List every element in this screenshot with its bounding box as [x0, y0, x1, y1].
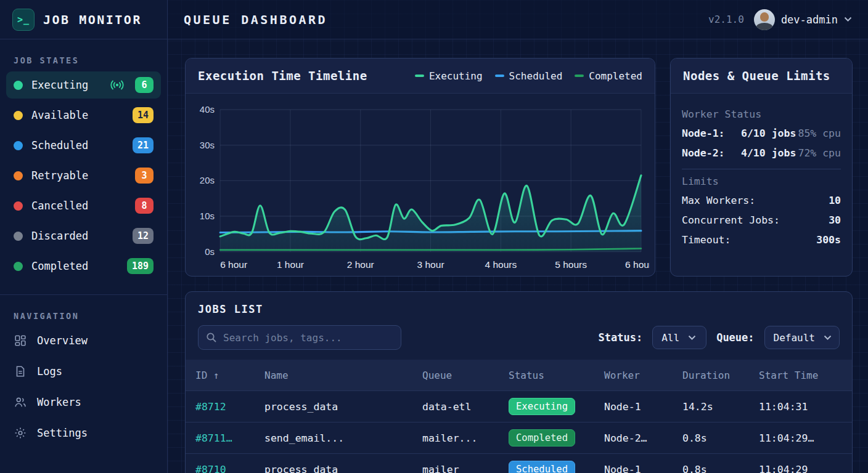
count-badge: 12: [133, 228, 154, 244]
limit-row: Timeout: 300s: [682, 234, 841, 246]
state-label: Scheduled: [31, 139, 124, 152]
count-badge: 189: [127, 258, 154, 274]
svg-text:3 hour: 3 hour: [417, 259, 444, 270]
sidebar-item-workers[interactable]: Workers: [6, 389, 161, 416]
table-row[interactable]: #8712 process_data data-etl Executing No…: [186, 390, 852, 422]
job-start-time: 11:04:29…: [759, 432, 852, 444]
count-badge: 3: [135, 168, 154, 184]
queue-filter-label: Queue:: [716, 331, 754, 344]
sidebar-item-available[interactable]: Available 14: [6, 102, 161, 129]
chevron-down-icon: [824, 335, 832, 341]
gear-icon: [14, 426, 27, 440]
job-duration: 0.8s: [682, 464, 759, 473]
sidebar-item-completed[interactable]: Completed 189: [6, 253, 161, 280]
status-badge: Scheduled: [509, 461, 575, 473]
state-label: Executing: [31, 79, 100, 91]
status-badge: Completed: [509, 429, 575, 447]
column-header-id[interactable]: ID ↑: [195, 370, 264, 381]
job-states-heading: JOB STATES: [0, 39, 167, 71]
svg-text:30s: 30s: [200, 140, 215, 150]
legend-swatch-icon: [415, 75, 424, 77]
status-badge: Executing: [509, 398, 575, 415]
version-label: v2.1.0: [708, 14, 744, 25]
job-id-link[interactable]: #8712: [195, 401, 264, 413]
limit-row: Max Workers: 10: [682, 195, 841, 206]
limits-heading: Limits: [682, 176, 841, 187]
search-input[interactable]: [223, 332, 393, 344]
navigation-section: NAVIGATION Overview Logs Wo: [0, 294, 167, 447]
legend-swatch-icon: [575, 75, 584, 77]
job-states-list: Executing 6 Available 14 Scheduled 21 Re…: [0, 71, 167, 280]
job-id-link[interactable]: #8710: [195, 464, 264, 473]
queue-filter-select[interactable]: Default: [764, 326, 840, 349]
legend-swatch-icon: [495, 75, 504, 77]
timeline-title: Execution Time Timeline: [198, 69, 367, 83]
table-row[interactable]: #8710 process_data mailer Scheduled Node…: [186, 453, 852, 473]
count-badge: 8: [135, 198, 154, 214]
nav-label: Overview: [37, 334, 88, 347]
top-bar: QUEUE DASHBOARD v2.1.0 dev-admin: [168, 0, 868, 39]
svg-text:10s: 10s: [200, 211, 215, 221]
sidebar-item-executing[interactable]: Executing 6: [6, 71, 161, 99]
available-dot-icon: [14, 111, 23, 120]
svg-text:5 hours: 5 hours: [555, 259, 587, 270]
timeline-card: Execution Time Timeline Executing Schedu…: [185, 58, 655, 277]
legend-item-executing[interactable]: Executing: [415, 70, 483, 82]
column-header-worker[interactable]: Worker: [604, 370, 682, 381]
nodes-limits-title: Nodes & Queue Limits: [683, 69, 830, 83]
avatar: [754, 9, 775, 30]
app-logo: >_ JOB MONITOR: [0, 0, 167, 39]
app-title: JOB MONITOR: [43, 12, 142, 27]
job-worker: Node-1: [604, 401, 682, 413]
search-box[interactable]: [198, 325, 401, 350]
worker-status-row: Node-1: 6/10 jobs 85% cpu: [682, 127, 841, 139]
status-filter-select[interactable]: All: [652, 326, 706, 349]
timeline-chart: 0s10s20s30s40s6 hour1 hour2 hour3 hour4 …: [186, 94, 655, 277]
state-label: Retryable: [31, 169, 126, 182]
executing-dot-icon: [14, 81, 23, 90]
svg-text:4 hours: 4 hours: [485, 259, 517, 270]
sidebar-item-logs[interactable]: Logs: [6, 358, 161, 385]
job-queue: data-etl: [422, 401, 509, 413]
sidebar-item-settings[interactable]: Settings: [6, 419, 161, 447]
job-duration: 0.8s: [682, 432, 759, 444]
table-row[interactable]: #8711… send_email... mailer... Completed…: [186, 422, 852, 453]
job-name: send_email...: [264, 432, 422, 444]
column-header-status[interactable]: Status: [509, 370, 604, 381]
state-label: Cancelled: [31, 200, 126, 212]
nav-label: Workers: [37, 396, 81, 408]
sidebar: >_ JOB MONITOR JOB STATES Executing 6 Av…: [0, 0, 168, 473]
sidebar-item-scheduled[interactable]: Scheduled 21: [6, 132, 161, 159]
legend-item-scheduled[interactable]: Scheduled: [495, 70, 563, 82]
state-label: Completed: [31, 260, 118, 272]
sidebar-item-discarded[interactable]: Discarded 12: [6, 222, 161, 249]
retryable-dot-icon: [14, 171, 23, 180]
sidebar-item-retryable[interactable]: Retryable 3: [6, 162, 161, 189]
nav-label: Logs: [37, 365, 62, 378]
jobs-list-title: JOBS LIST: [198, 303, 840, 315]
svg-text:6 hours: 6 hours: [625, 259, 650, 270]
column-header-duration[interactable]: Duration: [682, 370, 759, 381]
sidebar-item-cancelled[interactable]: Cancelled 8: [6, 192, 161, 219]
users-icon: [14, 395, 27, 409]
user-name: dev-admin: [781, 14, 838, 26]
legend-item-completed[interactable]: Completed: [575, 70, 642, 82]
job-start-time: 11:04:29: [759, 464, 852, 473]
worker-status-row: Node-2: 4/10 jobs 72% cpu: [682, 147, 841, 159]
column-header-start-time[interactable]: Start Time: [759, 370, 852, 381]
column-header-queue[interactable]: Queue: [422, 370, 509, 381]
svg-text:6 hour: 6 hour: [220, 259, 247, 270]
count-badge: 14: [133, 107, 154, 123]
column-header-name[interactable]: Name: [264, 370, 422, 381]
job-start-time: 11:04:31: [759, 401, 852, 413]
job-id-link[interactable]: #8711…: [195, 432, 264, 444]
page-title: QUEUE DASHBOARD: [184, 12, 327, 27]
worker-status-heading: Worker Status: [682, 108, 841, 120]
live-signal-icon: [109, 79, 125, 91]
sidebar-item-overview[interactable]: Overview: [6, 327, 161, 354]
discarded-dot-icon: [14, 232, 23, 241]
status-filter-label: Status:: [598, 331, 642, 344]
user-menu[interactable]: dev-admin: [754, 9, 852, 30]
scheduled-dot-icon: [14, 141, 23, 150]
chevron-down-icon: [844, 17, 852, 22]
